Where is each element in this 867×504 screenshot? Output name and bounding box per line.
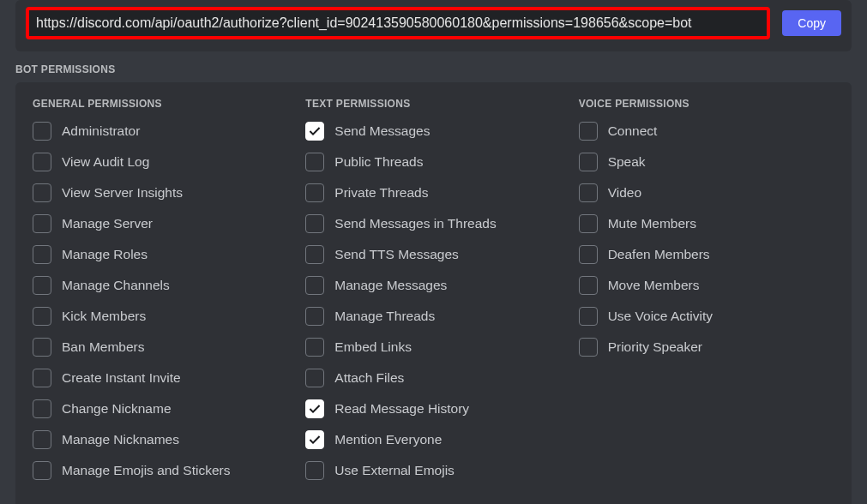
checkbox-attach-files[interactable] — [305, 369, 324, 387]
perm-label: Read Message History — [334, 401, 469, 417]
perm-label: Administrator — [62, 123, 140, 139]
checkbox-manage-roles[interactable] — [33, 245, 51, 264]
checkbox-ban-members[interactable] — [33, 338, 51, 357]
perm-administrator[interactable]: Administrator — [33, 122, 288, 141]
perm-label: Priority Speaker — [608, 339, 702, 355]
checkbox-priority-speaker[interactable] — [579, 338, 598, 357]
text-permissions-column: TEXT PERMISSIONS Send MessagesPublic Thr… — [305, 98, 561, 492]
perm-label: Attach Files — [334, 370, 404, 386]
perm-label: View Server Insights — [62, 185, 183, 201]
perm-label: Embed Links — [334, 339, 412, 355]
perm-kick-members[interactable]: Kick Members — [33, 307, 288, 326]
perm-attach-files[interactable]: Attach Files — [305, 369, 561, 387]
checkbox-embed-links[interactable] — [305, 338, 324, 357]
perm-mute-members[interactable]: Mute Members — [579, 214, 834, 233]
perm-label: Manage Emojis and Stickers — [62, 463, 230, 478]
perm-manage-channels[interactable]: Manage Channels — [33, 276, 288, 295]
checkbox-move-members[interactable] — [579, 276, 598, 295]
checkbox-change-nickname[interactable] — [33, 399, 51, 418]
copy-button[interactable]: Copy — [782, 10, 841, 36]
perm-label: Ban Members — [62, 339, 144, 355]
perm-manage-messages[interactable]: Manage Messages — [305, 276, 561, 295]
perm-embed-links[interactable]: Embed Links — [305, 338, 561, 357]
perm-create-instant-invite[interactable]: Create Instant Invite — [33, 369, 288, 387]
perm-label: Use Voice Activity — [608, 309, 713, 324]
checkbox-use-voice-activity[interactable] — [579, 307, 598, 326]
perm-label: Speak — [608, 154, 646, 170]
checkbox-public-threads[interactable] — [305, 153, 324, 171]
text-permissions-col-header: TEXT PERMISSIONS — [305, 98, 561, 110]
perm-change-nickname[interactable]: Change Nickname — [33, 399, 288, 418]
checkbox-mention-everyone[interactable] — [305, 430, 324, 449]
perm-label: Manage Nicknames — [62, 432, 179, 447]
checkbox-video[interactable] — [579, 183, 598, 202]
perm-manage-emojis-and-stickers[interactable]: Manage Emojis and Stickers — [33, 461, 288, 480]
general-permissions-col-header: GENERAL PERMISSIONS — [33, 98, 288, 110]
oauth-url-box[interactable]: https://discord.com/api/oauth2/authorize… — [26, 7, 770, 39]
perm-label: Kick Members — [62, 309, 146, 324]
checkbox-private-threads[interactable] — [305, 183, 324, 202]
perm-mention-everyone[interactable]: Mention Everyone — [305, 430, 561, 449]
perm-deafen-members[interactable]: Deafen Members — [579, 245, 834, 264]
perm-label: Move Members — [608, 278, 700, 293]
perm-view-audit-log[interactable]: View Audit Log — [33, 153, 288, 171]
checkbox-view-audit-log[interactable] — [33, 153, 51, 171]
checkbox-administrator[interactable] — [33, 122, 51, 141]
perm-label: Send Messages in Threads — [334, 216, 496, 231]
perm-priority-speaker[interactable]: Priority Speaker — [579, 338, 834, 357]
perm-label: Public Threads — [334, 154, 423, 170]
perm-video[interactable]: Video — [579, 183, 834, 202]
general-permissions-column: GENERAL PERMISSIONS AdministratorView Au… — [33, 98, 288, 492]
perm-label: Send TTS Messages — [334, 247, 458, 262]
checkbox-manage-messages[interactable] — [305, 276, 324, 295]
perm-send-messages-in-threads[interactable]: Send Messages in Threads — [305, 214, 561, 233]
perm-private-threads[interactable]: Private Threads — [305, 183, 561, 202]
checkbox-manage-emojis-and-stickers[interactable] — [33, 461, 51, 480]
perm-manage-server[interactable]: Manage Server — [33, 214, 288, 233]
checkbox-view-server-insights[interactable] — [33, 183, 51, 202]
perm-manage-roles[interactable]: Manage Roles — [33, 245, 288, 264]
perm-label: Mention Everyone — [334, 432, 442, 447]
checkbox-use-external-emojis[interactable] — [305, 461, 324, 480]
perm-public-threads[interactable]: Public Threads — [305, 153, 561, 171]
perm-ban-members[interactable]: Ban Members — [33, 338, 288, 357]
perm-label: View Audit Log — [62, 154, 149, 170]
perm-view-server-insights[interactable]: View Server Insights — [33, 183, 288, 202]
perm-label: Video — [608, 185, 641, 201]
checkbox-send-tts-messages[interactable] — [305, 245, 324, 264]
checkbox-read-message-history[interactable] — [305, 399, 324, 418]
perm-label: Create Instant Invite — [62, 370, 181, 386]
checkbox-kick-members[interactable] — [33, 307, 51, 326]
oauth-url-panel: https://discord.com/api/oauth2/authorize… — [15, 0, 852, 51]
checkbox-deafen-members[interactable] — [579, 245, 598, 264]
checkbox-mute-members[interactable] — [579, 214, 598, 233]
checkbox-connect[interactable] — [579, 122, 598, 141]
perm-read-message-history[interactable]: Read Message History — [305, 399, 561, 418]
perm-use-voice-activity[interactable]: Use Voice Activity — [579, 307, 834, 326]
perm-manage-threads[interactable]: Manage Threads — [305, 307, 561, 326]
checkbox-create-instant-invite[interactable] — [33, 369, 51, 387]
perm-manage-nicknames[interactable]: Manage Nicknames — [33, 430, 288, 449]
perm-label: Manage Channels — [62, 278, 170, 293]
checkbox-send-messages-in-threads[interactable] — [305, 214, 324, 233]
checkbox-manage-channels[interactable] — [33, 276, 51, 295]
perm-label: Connect — [608, 123, 658, 139]
checkbox-manage-server[interactable] — [33, 214, 51, 233]
perm-use-external-emojis[interactable]: Use External Emojis — [305, 461, 561, 480]
perm-label: Manage Server — [62, 216, 153, 231]
perm-speak[interactable]: Speak — [579, 153, 834, 171]
perm-send-messages[interactable]: Send Messages — [305, 122, 561, 141]
checkbox-manage-threads[interactable] — [305, 307, 324, 326]
voice-permissions-column: VOICE PERMISSIONS ConnectSpeakVideoMute … — [579, 98, 834, 492]
checkbox-manage-nicknames[interactable] — [33, 430, 51, 449]
perm-send-tts-messages[interactable]: Send TTS Messages — [305, 245, 561, 264]
checkbox-send-messages[interactable] — [305, 122, 324, 141]
checkbox-speak[interactable] — [579, 153, 598, 171]
perm-connect[interactable]: Connect — [579, 122, 834, 141]
perm-move-members[interactable]: Move Members — [579, 276, 834, 295]
perm-label: Change Nickname — [62, 401, 172, 417]
perm-label: Send Messages — [334, 123, 430, 139]
perm-label: Use External Emojis — [334, 463, 455, 478]
perm-label: Manage Roles — [62, 247, 148, 262]
voice-permissions-col-header: VOICE PERMISSIONS — [579, 98, 834, 110]
